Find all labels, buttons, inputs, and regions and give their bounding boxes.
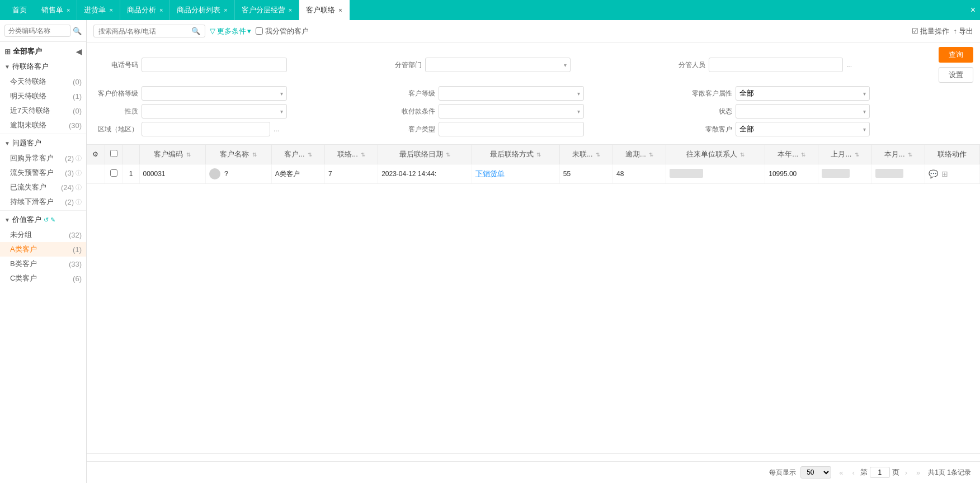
nav-tab-customer-tier[interactable]: 客户分层经营 × xyxy=(235,0,299,20)
filter-price-level-select[interactable]: ▾ xyxy=(142,86,287,101)
sidebar-item-churned[interactable]: 已流失客户 (24) ⓘ xyxy=(0,180,86,195)
window-close-button[interactable]: × xyxy=(970,5,976,15)
filter-payment-select[interactable]: ▾ xyxy=(439,104,584,119)
filter-customer-type: 客户类型 xyxy=(390,122,676,136)
filter-region-ellipsis[interactable]: ... xyxy=(270,125,282,133)
sidebar-problem-group[interactable]: ▼ 问题客户 xyxy=(0,135,86,151)
edit-icon[interactable]: ✎ xyxy=(50,216,55,224)
sidebar-item-churn-warning[interactable]: 流失预警客户 (3) ⓘ xyxy=(0,165,86,180)
next-page-button[interactable]: › xyxy=(902,467,911,478)
filter-customer-type-input[interactable] xyxy=(439,122,584,136)
batch-op-button[interactable]: ☑ 批量操作 xyxy=(912,26,949,36)
close-analysis-list-tab[interactable]: × xyxy=(224,7,227,13)
refresh-icon[interactable]: ↺ xyxy=(44,216,49,224)
filter-manager-ellipsis[interactable]: ... xyxy=(843,61,855,69)
page-input[interactable] xyxy=(870,467,890,478)
sidebar-item-b-class[interactable]: B类客户 (33) xyxy=(0,257,86,271)
first-page-button[interactable]: « xyxy=(836,467,846,478)
prev-page-button[interactable]: ‹ xyxy=(849,467,858,478)
sort-icon-lmonth: ⇅ xyxy=(855,151,859,158)
sidebar-item-c-class[interactable]: C类客户 (6) xyxy=(0,271,86,286)
last-page-button[interactable]: » xyxy=(913,467,924,478)
filter-customer-level-select[interactable]: ▾ xyxy=(439,86,584,101)
filter-region-input[interactable] xyxy=(142,122,270,136)
close-customer-tier-tab[interactable]: × xyxy=(289,7,292,13)
th-uncontacted[interactable]: 未联... ⇅ xyxy=(559,145,613,164)
th-this-month[interactable]: 本月... ⇅ xyxy=(871,145,925,164)
sidebar-value-group[interactable]: ▼ 价值客户 ↺ ✎ xyxy=(0,212,86,228)
close-customer-contact-tab[interactable]: × xyxy=(338,7,342,13)
nav-tab-purchase[interactable]: 进货单 × xyxy=(77,0,120,20)
my-customers-check[interactable] xyxy=(256,27,263,35)
close-analysis-tab[interactable]: × xyxy=(159,7,163,13)
row-uncontacted: 55 xyxy=(559,164,613,184)
page-size-select[interactable]: 50 100 200 xyxy=(800,466,831,479)
nav-tab-sales[interactable]: 销售单 × xyxy=(35,0,77,20)
filter-nature-select[interactable]: ▾ xyxy=(142,104,287,119)
query-button[interactable]: 查询 xyxy=(939,47,973,63)
filter-retail-attr-select[interactable]: 全部 ▾ xyxy=(736,86,870,101)
horizontal-scrollbar[interactable] xyxy=(87,453,980,461)
th-last-contact-method[interactable]: 最后联络方式 ⇅ xyxy=(472,145,559,164)
sidebar-item-declining[interactable]: 持续下滑客户 (2) ⓘ xyxy=(0,195,86,209)
filter-manager-input[interactable] xyxy=(709,58,843,72)
filter-phone-input[interactable] xyxy=(142,58,287,72)
row-name[interactable]: ？ xyxy=(205,164,271,184)
row-check[interactable] xyxy=(105,164,123,184)
sort-icon-year: ⇅ xyxy=(801,151,805,158)
sidebar-item-overdue-pending[interactable]: 逾期未联络 (30) xyxy=(0,118,86,132)
my-customers-checkbox[interactable]: 我分管的客户 xyxy=(256,26,309,36)
th-settings[interactable]: ⚙ xyxy=(87,145,105,164)
sidebar-item-today-pending[interactable]: 今天待联络 (0) xyxy=(0,74,86,89)
filter-row-4: 区域（地区） ... 客户类型 零散客户 全部 ▾ xyxy=(93,122,973,136)
sidebar-search-icon[interactable]: 🔍 xyxy=(73,27,82,35)
check-all[interactable] xyxy=(110,150,117,157)
th-overdue[interactable]: 逾期... ⇅ xyxy=(613,145,666,164)
filter-dept-select[interactable]: ▾ xyxy=(425,58,571,72)
sidebar-search-area: 🔍 xyxy=(0,20,86,42)
collapse-icon[interactable]: ◀ xyxy=(76,48,82,56)
nav-tab-home[interactable]: 首页 xyxy=(4,5,35,15)
filter-status-select[interactable]: ▾ xyxy=(736,104,870,119)
sidebar-item-repurchase-anomaly[interactable]: 回购异常客户 (2) ⓘ xyxy=(0,151,86,165)
export-button[interactable]: ↑ 导出 xyxy=(954,26,974,36)
filter-phone: 电话号码 xyxy=(93,58,366,72)
th-name[interactable]: 客户名称 ⇅ xyxy=(205,145,271,164)
th-contact[interactable]: 联络... ⇅ xyxy=(324,145,378,164)
th-check[interactable] xyxy=(105,145,123,164)
close-purchase-tab[interactable]: × xyxy=(109,7,112,13)
filter-phone-label: 电话号码 xyxy=(93,60,138,70)
th-this-year[interactable]: 本年... ⇅ xyxy=(765,145,818,164)
th-code[interactable]: 客户编码 ⇅ xyxy=(139,145,205,164)
nav-tab-customer-contact[interactable]: 客户联络 × xyxy=(299,0,349,20)
sidebar-item-week-pending[interactable]: 近7天待联络 (0) xyxy=(0,103,86,118)
sidebar-item-ungrouped[interactable]: 未分组 (32) xyxy=(0,228,86,242)
chat-icon[interactable]: 💬 xyxy=(929,169,938,178)
info-icon-4: ⓘ xyxy=(76,198,82,206)
sidebar-search-input[interactable] xyxy=(4,25,70,37)
th-last-month[interactable]: 上月... ⇅ xyxy=(818,145,871,164)
filter-search-icon[interactable]: 🔍 xyxy=(191,27,200,35)
row-no: 1 xyxy=(123,164,139,184)
filter-retail-customer-select[interactable]: 全部 ▾ xyxy=(736,122,870,136)
filter-status: 状态 ▾ xyxy=(687,104,973,119)
filter-search-input[interactable] xyxy=(98,27,191,35)
nav-tab-analysis[interactable]: 商品分析 × xyxy=(120,0,170,20)
filter-nature: 性质 ▾ xyxy=(93,104,379,119)
filter-retail-attr: 零散客户属性 全部 ▾ xyxy=(687,86,973,101)
close-sales-tab[interactable]: × xyxy=(67,7,70,13)
th-type[interactable]: 客户... ⇅ xyxy=(271,145,324,164)
settings-button[interactable]: 设置 xyxy=(939,67,973,83)
grid-action-icon[interactable]: ⊞ xyxy=(941,169,948,178)
th-last-contact-date[interactable]: 最后联络日期 ⇅ xyxy=(378,145,472,164)
row-last-contact-method[interactable]: 下销货单 xyxy=(472,164,559,184)
sidebar-item-a-class[interactable]: A类客户 (1) xyxy=(0,242,86,257)
sidebar-item-tomorrow-pending[interactable]: 明天待联络 (1) xyxy=(0,89,86,103)
row-checkbox-0[interactable] xyxy=(110,169,117,177)
nav-tab-analysis-list[interactable]: 商品分析列表 × xyxy=(170,0,234,20)
row-settings[interactable] xyxy=(87,164,105,184)
sidebar-all-customers-header[interactable]: ⊞ 全部客户 ◀ xyxy=(0,42,86,59)
sidebar-pending-group[interactable]: ▼ 待联络客户 xyxy=(0,59,86,74)
filter-more-button[interactable]: ▽ 更多条件 ▾ xyxy=(210,26,251,36)
th-unit-contact[interactable]: 往来单位联系人 ⇅ xyxy=(666,145,765,164)
